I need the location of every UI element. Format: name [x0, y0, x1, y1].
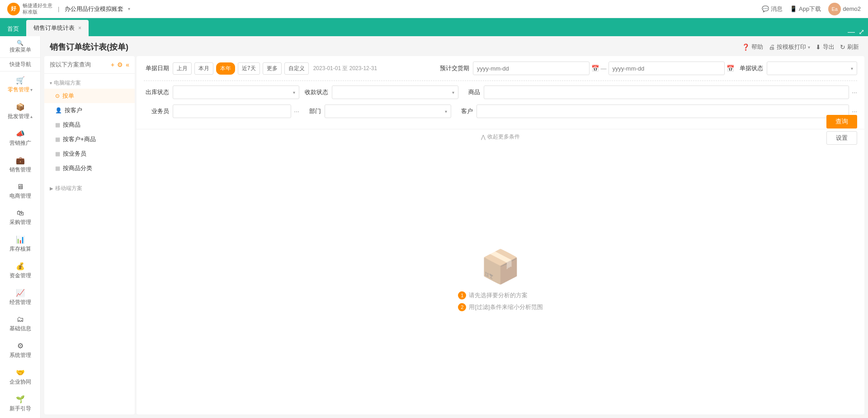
sidebar-item-purchase[interactable]: 🛍 采购管理 [0, 204, 40, 231]
tab-sales-order[interactable]: 销售订单统计表 × [26, 20, 89, 36]
calendar-start-icon[interactable]: 📅 [591, 65, 599, 72]
corp-icon: 🤝 [16, 368, 25, 377]
sidebar-item-wholesale[interactable]: 📦 批发管理 ▴ [0, 98, 40, 125]
app-download-button[interactable]: 📱 App下载 [790, 5, 821, 13]
salesman-ellipsis-icon[interactable]: ··· [294, 108, 299, 115]
date-separator: — [601, 65, 607, 72]
scheme-item-by-product[interactable]: ▦ 按商品 [44, 118, 135, 132]
scheme-group-desktop-title[interactable]: ▾ 电脑端方案 [44, 77, 135, 89]
date-btn-last-month[interactable]: 上月 [173, 62, 192, 75]
query-button[interactable]: 查询 [826, 115, 857, 128]
system-icon: ⚙ [17, 342, 24, 350]
export-button[interactable]: ⬇ 导出 [816, 43, 835, 51]
scheme-group-mobile: ▶ 移动端方案 [44, 179, 135, 198]
scheme-group-desktop: ▾ 电脑端方案 ⊙ 按单 👤 按客户 ▦ 按商品 [44, 74, 135, 179]
collapse-scheme-button[interactable]: « [126, 61, 129, 68]
filter-divider-1 [144, 81, 857, 81]
main-layout: 🔍 搜索菜单 快捷导航 🛒 零售管理 ▾ 📦 批发管理 ▴ 📣 营销推广 💼 [0, 36, 868, 418]
sidebar-item-ecommerce[interactable]: 🖥 电商管理 [0, 178, 40, 204]
date-btn-more[interactable]: 更多 [263, 62, 282, 75]
goods-label: 商品 [462, 88, 480, 96]
logo-area: 好 畅捷通好生意 标准版 [7, 3, 52, 15]
sidebar-item-marketing[interactable]: 📣 营销推广 [0, 125, 40, 152]
status-select[interactable]: ▾ [767, 62, 857, 75]
sidebar-item-newbie[interactable]: 🌱 新手引导 [0, 390, 40, 417]
salesman-input[interactable] [173, 104, 291, 118]
top-bar: 好 畅捷通好生意 标准版 | 办公用品行业模拟账套 ▾ 💬 消息 📱 App下载… [0, 0, 868, 18]
by-category-icon: ▦ [55, 165, 60, 171]
sidebar-item-finance[interactable]: 💰 资金管理 [0, 257, 40, 284]
scheme-item-by-salesman[interactable]: ▦ 按业务员 [44, 147, 135, 161]
sales-icon: 💼 [16, 156, 25, 165]
collapse-filter-button[interactable]: ⋀ 收起更多条件 [137, 129, 864, 144]
delivery-status-select[interactable]: ▾ [173, 86, 299, 99]
by-product-icon: ▦ [55, 122, 60, 128]
sidebar-item-basic[interactable]: 🗂 基础信息 [0, 311, 40, 337]
tip-num-1: 1 [458, 291, 466, 299]
scheme-header: 按以下方案查询 + ⚙ « [44, 56, 135, 74]
date-btn-custom[interactable]: 自定义 [284, 62, 309, 75]
tab-home[interactable]: 首页 [0, 22, 26, 36]
print-dropdown-icon[interactable]: ▾ [808, 45, 810, 50]
scheme-group-mobile-title[interactable]: ▶ 移动端方案 [44, 183, 135, 194]
date-btn-7days[interactable]: 近7天 [238, 62, 260, 75]
tab-maximize-icon[interactable]: ⤢ [859, 28, 864, 36]
retail-expand-icon: ▾ [30, 87, 33, 92]
sidebar-item-corp[interactable]: 🤝 企业协同 [0, 364, 40, 390]
empty-tip-1: 1 请先选择要分析的方案 [458, 291, 542, 299]
department-select[interactable]: ▾ [325, 104, 451, 118]
search-menu-button[interactable]: 🔍 搜索菜单 [0, 36, 40, 58]
scheme-item-by-cust-prod[interactable]: ▦ 按客户+商品 [44, 132, 135, 147]
goods-input[interactable] [484, 86, 849, 99]
basic-icon: 🗂 [17, 315, 24, 323]
date-btn-this-year[interactable]: 本年 [216, 62, 235, 75]
print-button[interactable]: 🖨 按模板打印 ▾ [769, 43, 810, 51]
scheme-item-by-customer[interactable]: 👤 按客户 [44, 103, 135, 118]
customer-input[interactable] [476, 104, 849, 118]
settings-button[interactable]: 设置 [826, 131, 857, 145]
sidebar-item-operation[interactable]: 📈 经营管理 [0, 284, 40, 311]
date-label: 单据日期 [144, 64, 169, 72]
sidebar-item-inventory[interactable]: 📊 库存核算 [0, 231, 40, 257]
quick-nav-button[interactable]: 快捷导航 [0, 58, 40, 71]
tab-close-icon[interactable]: × [78, 25, 81, 31]
expected-date-end-input[interactable] [609, 62, 725, 75]
scheme-header-actions: + ⚙ « [111, 61, 129, 68]
settings-scheme-button[interactable]: ⚙ [117, 61, 123, 68]
help-button[interactable]: ❓ 帮助 [742, 43, 763, 51]
marketing-icon: 📣 [16, 129, 25, 138]
workspace-title[interactable]: 办公用品行业模拟账套 [65, 5, 123, 13]
date-buttons-group: 上月 本月 本年 近7天 更多 自定义 2023-01-01 至 2023-12… [173, 62, 434, 75]
salesman-label: 业务员 [144, 107, 169, 115]
scheme-item-by-order[interactable]: ⊙ 按单 [44, 89, 135, 103]
query-actions: 查询 设置 [826, 115, 857, 145]
newbie-icon: 🌱 [16, 395, 25, 404]
add-scheme-button[interactable]: + [111, 61, 114, 68]
tip-num-2: 2 [458, 303, 466, 311]
filter-row-3: 业务员 ··· 部门 ▾ 客户 [144, 104, 857, 118]
top-bar-left: 好 畅捷通好生意 标准版 | 办公用品行业模拟账套 ▾ [7, 3, 130, 15]
desktop-group-arrow-icon: ▾ [50, 81, 52, 86]
wholesale-expand-icon: ▴ [30, 114, 33, 119]
scheme-item-by-category[interactable]: ▦ 按商品分类 [44, 161, 135, 176]
sidebar-item-system[interactable]: ⚙ 系统管理 [0, 337, 40, 364]
tab-minimize-icon[interactable]: — [848, 28, 855, 36]
calendar-end-icon[interactable]: 📅 [726, 65, 734, 72]
delivery-select-arrow-icon: ▾ [293, 90, 295, 95]
inner-layout: 按以下方案查询 + ⚙ « ▾ 电脑端方案 ⊙ 按单 [41, 56, 868, 418]
workspace-dropdown-icon[interactable]: ▾ [128, 6, 130, 11]
expected-date-start-input[interactable] [473, 62, 590, 75]
customer-ellipsis-icon[interactable]: ··· [852, 108, 857, 115]
refresh-button[interactable]: ↻ 刷新 [840, 43, 859, 51]
payment-status-select[interactable]: ▾ [332, 86, 458, 99]
sidebar-item-retail[interactable]: 🛒 零售管理 ▾ [0, 71, 40, 98]
mobile-group-arrow-icon: ▶ [50, 186, 53, 191]
logo-text: 畅捷通好生意 标准版 [23, 3, 52, 14]
tab-bar-actions: — ⤢ [848, 28, 868, 36]
sidebar-item-sales[interactable]: 💼 销售管理 [0, 152, 40, 178]
goods-ellipsis-icon[interactable]: ··· [852, 89, 857, 96]
message-button[interactable]: 💬 消息 [762, 5, 783, 13]
user-avatar-area[interactable]: Ea demo2 [828, 3, 861, 15]
payment-status-label: 收款状态 [303, 88, 328, 96]
date-btn-this-month[interactable]: 本月 [194, 62, 213, 75]
